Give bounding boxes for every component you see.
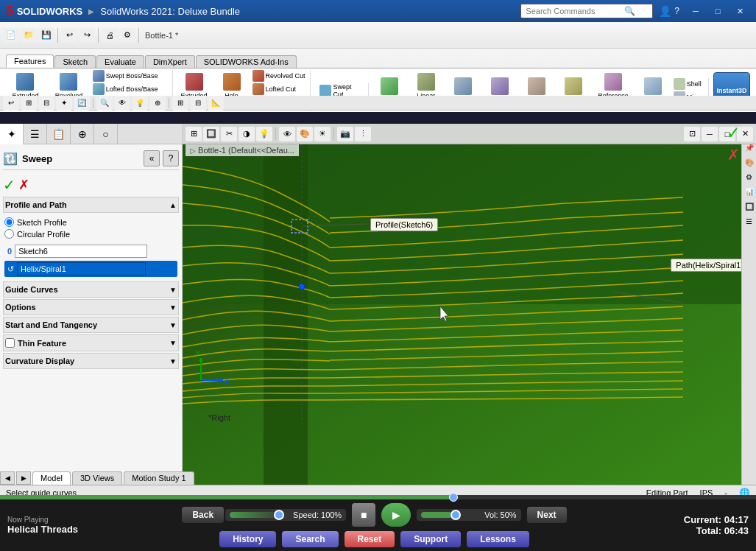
viewport-ok-button[interactable]: ✓ — [727, 124, 740, 143]
sweep-ok-button[interactable]: ✓ — [3, 176, 15, 194]
scroll-left-btn[interactable]: ◀ — [0, 471, 15, 485]
restore-button[interactable]: □ — [707, 3, 728, 19]
tab-3dviews[interactable]: 3D Views — [72, 471, 122, 485]
sec-btn-1[interactable]: ↩ — [3, 96, 19, 110]
helix-input[interactable] — [17, 262, 146, 276]
profile-path-section-header[interactable]: Profile and Path ▲ — [3, 197, 179, 213]
vp-view-orient[interactable]: 🔲 — [203, 127, 219, 141]
sec-btn-3[interactable]: ⊟ — [38, 96, 54, 110]
toolbar-print-btn[interactable]: 🖨 — [102, 28, 118, 43]
sketch-profile-radio[interactable] — [4, 217, 14, 227]
right-icon-7[interactable]: ☰ — [743, 215, 755, 227]
vp-min[interactable]: ─ — [702, 127, 718, 141]
seek-bar[interactable] — [0, 495, 756, 499]
circular-profile-label: Circular Profile — [17, 230, 70, 239]
vp-appearance[interactable]: 🎨 — [297, 127, 313, 141]
tab-model[interactable]: Model — [32, 471, 71, 485]
vp-display-style[interactable]: ◑ — [239, 127, 255, 141]
thin-feature-checkbox[interactable] — [5, 338, 15, 348]
sec-btn-8[interactable]: 💡 — [132, 96, 148, 110]
title-bar: SSOLIDWORKS ▶ SolidWorks 2021: Deluxe Bu… — [0, 0, 756, 22]
speed-slider-track[interactable] — [230, 512, 289, 518]
vp-lighting[interactable]: 💡 — [256, 127, 272, 141]
svg-rect-2 — [264, 144, 308, 499]
speed-slider-thumb[interactable] — [274, 510, 284, 520]
scene-canvas[interactable]: Z Y *Right Profile(Sketch6) Path(Helix/S… — [183, 144, 756, 499]
panel-tab-4[interactable]: ⊕ — [71, 124, 94, 144]
right-icon-3[interactable]: 🎨 — [743, 156, 755, 168]
close-button[interactable]: ✕ — [729, 3, 750, 19]
tab-sketch[interactable]: Sketch — [54, 55, 96, 68]
panel-tab-5[interactable]: ○ — [94, 124, 118, 144]
seek-thumb[interactable] — [449, 493, 458, 502]
vol-slider-track[interactable] — [421, 512, 480, 518]
minimize-button[interactable]: ─ — [685, 3, 706, 19]
left-panel: ✦ ☰ 📋 ⊕ ○ 🔃 Sweep « ? ✓ ✗ Profile and Pa… — [0, 124, 183, 499]
panel-tab-3[interactable]: 📋 — [47, 124, 71, 144]
guide-curves-section-header[interactable]: Guide Curves ▼ — [3, 281, 179, 298]
next-button[interactable]: Next — [527, 507, 567, 523]
vp-hide-show[interactable]: 👁 — [279, 127, 295, 141]
sweep-collapse-btn[interactable]: « — [144, 150, 160, 166]
start-end-section-header[interactable]: Start and End Tangency ▼ — [3, 317, 179, 333]
right-icon-4[interactable]: ⚙ — [743, 171, 755, 183]
tab-features[interactable]: Features — [6, 55, 54, 68]
sec-btn-4[interactable]: ✦ — [56, 96, 72, 110]
vp-zoom-fit[interactable]: ⊞ — [186, 127, 202, 141]
toolbar-redo-btn[interactable]: ↪ — [79, 28, 95, 43]
tab-addins[interactable]: SOLIDWORKS Add-Ins — [196, 55, 297, 68]
curvature-display-section-header[interactable]: Curvature Display ▼ — [3, 353, 179, 369]
current-time: Current: 04:17 Total: 06:43 — [638, 514, 749, 536]
vol-slider-thumb[interactable] — [451, 510, 461, 520]
sweep-actions: ✓ ✗ — [3, 173, 179, 197]
current-time-value: Current: 04:17 — [638, 514, 749, 525]
vp-section[interactable]: ✂ — [221, 127, 237, 141]
sec-btn-12[interactable]: 📐 — [208, 96, 224, 110]
helix-icon: ↺ — [7, 264, 14, 274]
sec-btn-5[interactable]: 🔄 — [74, 96, 90, 110]
helix-item[interactable]: ↺ — [4, 261, 177, 277]
sec-btn-6[interactable]: 🔍 — [96, 96, 113, 110]
sec-btn-11[interactable]: ⊟ — [190, 96, 206, 110]
panel-tab-1[interactable]: ✦ — [0, 124, 24, 144]
toolbar-options-btn[interactable]: ⚙ — [119, 28, 135, 43]
tab-motion-study[interactable]: Motion Study 1 — [124, 471, 194, 485]
vp-restore[interactable]: ⊡ — [684, 127, 700, 141]
panel-tab-2[interactable]: ☰ — [24, 124, 47, 144]
sweep-panel: 🔃 Sweep « ? ✓ ✗ Profile and Path ▲ Sketc… — [0, 144, 182, 499]
sweep-cancel-button[interactable]: ✗ — [18, 176, 29, 194]
sec-btn-10[interactable]: ⊞ — [172, 96, 188, 110]
play-button[interactable]: ▶ — [381, 503, 411, 527]
tab-evaluate[interactable]: Evaluate — [96, 55, 144, 68]
reset-button[interactable]: Reset — [345, 531, 395, 547]
sec-btn-9[interactable]: ⊕ — [149, 96, 166, 110]
vp-scene[interactable]: ☀ — [314, 127, 331, 141]
vp-more[interactable]: ⋮ — [355, 127, 371, 141]
vp-camera[interactable]: 📷 — [337, 127, 353, 141]
support-button[interactable]: Support — [400, 531, 461, 547]
circular-profile-radio[interactable] — [4, 229, 14, 239]
right-icon-6[interactable]: 🔲 — [743, 200, 755, 212]
right-icon-5[interactable]: 📊 — [743, 186, 755, 197]
history-button[interactable]: History — [219, 531, 276, 547]
options-section-header[interactable]: Options ▼ — [3, 299, 179, 315]
stop-button[interactable]: ■ — [352, 503, 375, 527]
toolbar-undo-btn[interactable]: ↩ — [61, 28, 77, 43]
scroll-right-btn[interactable]: ▶ — [16, 471, 31, 485]
toolbar-new-btn[interactable]: 📄 — [3, 28, 19, 43]
toolbar-open-btn[interactable]: 📁 — [21, 28, 37, 43]
sketch6-input[interactable] — [15, 245, 147, 258]
thin-feature-label: Thin Feature — [18, 339, 66, 348]
toolbar-save-btn[interactable]: 💾 — [38, 28, 54, 43]
sweep-header: 🔃 Sweep « ? — [3, 147, 179, 170]
search-input[interactable] — [526, 7, 621, 15]
sec-btn-7[interactable]: 👁 — [114, 96, 130, 110]
sweep-help-btn[interactable]: ? — [163, 150, 179, 166]
sec-btn-2[interactable]: ⊞ — [21, 96, 37, 110]
back-button[interactable]: Back — [182, 507, 224, 523]
search-button[interactable]: Search — [282, 531, 338, 547]
thin-feature-section-header[interactable]: Thin Feature ▼ — [3, 334, 179, 351]
viewport-cancel-button[interactable]: ✗ — [727, 146, 740, 164]
tab-dimxpert[interactable]: DimXpert — [145, 55, 195, 68]
lessons-button[interactable]: Lessons — [467, 531, 529, 547]
